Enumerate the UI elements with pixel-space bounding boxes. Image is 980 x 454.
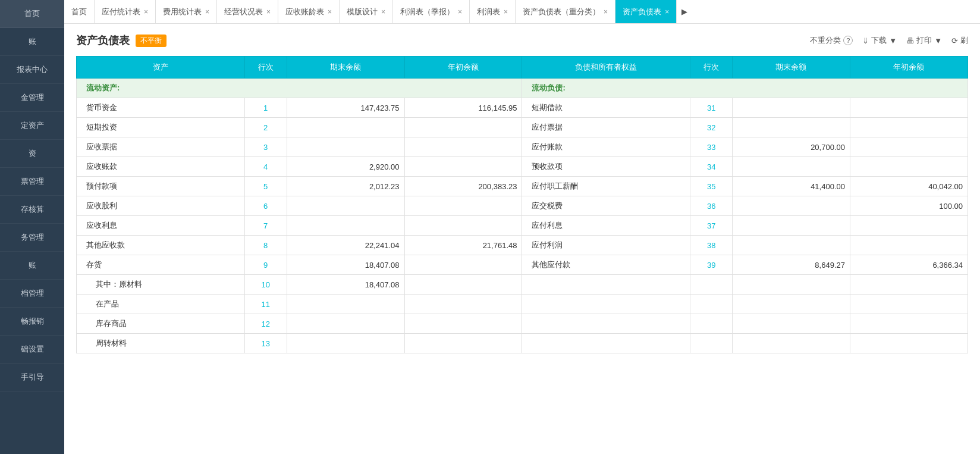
sidebar-item-account[interactable]: 账 bbox=[0, 28, 64, 56]
close-tab-expense-stats[interactable]: × bbox=[205, 8, 209, 16]
right-item-name: 应交税费 bbox=[522, 196, 690, 216]
sidebar-item-inventory[interactable]: 存核算 bbox=[0, 196, 64, 224]
right-item-name: 应付职工薪酬 bbox=[522, 177, 690, 196]
sidebar-item-archive[interactable]: 档管理 bbox=[0, 280, 64, 308]
header-left-year-start: 年初余额 bbox=[404, 57, 522, 79]
help-icon[interactable]: ? bbox=[843, 36, 853, 45]
right-row-num bbox=[690, 295, 733, 314]
close-tab-business-status[interactable]: × bbox=[266, 8, 271, 16]
header-actions: 不重分类 ? ⇓ 下载 ▼ 🖶 打印 ▼ ⟳ 刷 bbox=[810, 35, 968, 46]
left-year-start bbox=[404, 255, 522, 275]
left-item-name: 应收账款 bbox=[77, 157, 245, 177]
table-row: 在产品 11 bbox=[77, 295, 968, 314]
page-title-area: 资产负债表 不平衡 bbox=[76, 33, 167, 48]
right-end-balance: 41,400.00 bbox=[733, 177, 850, 196]
close-tab-balance[interactable]: × bbox=[665, 8, 669, 16]
sidebar-item-ticket[interactable]: 票管理 bbox=[0, 168, 64, 196]
tab-profit[interactable]: 利润表 × bbox=[470, 0, 516, 24]
left-row-num: 2 bbox=[244, 118, 287, 137]
right-row-num: 35 bbox=[690, 177, 733, 196]
content-area: 资产负债表 不平衡 不重分类 ? ⇓ 下载 ▼ 🖶 打印 ▼ bbox=[64, 24, 980, 454]
sidebar-item-asset[interactable]: 资 bbox=[0, 140, 64, 168]
close-tab-payable-stats[interactable]: × bbox=[144, 8, 148, 16]
sidebar-item-home[interactable]: 首页 bbox=[0, 0, 64, 28]
tab-receivable-aging[interactable]: 应收账龄表 × bbox=[278, 0, 340, 24]
left-row-num: 9 bbox=[244, 255, 287, 275]
close-tab-profit[interactable]: × bbox=[504, 8, 508, 16]
right-year-start bbox=[850, 314, 968, 334]
header-right-row: 行次 bbox=[690, 57, 733, 79]
right-year-start bbox=[850, 334, 968, 353]
table-row: 预付款项 5 2,012.23 200,383.23 应付职工薪酬 35 41,… bbox=[77, 177, 968, 196]
right-item-name: 预收款项 bbox=[522, 157, 690, 177]
left-year-start bbox=[404, 196, 522, 216]
left-year-start bbox=[404, 216, 522, 236]
refresh-button[interactable]: ⟳ 刷 bbox=[951, 35, 968, 46]
refresh-icon: ⟳ bbox=[951, 36, 958, 45]
tab-expense-stats[interactable]: 费用统计表 × bbox=[156, 0, 217, 24]
sidebar-item-business[interactable]: 务管理 bbox=[0, 224, 64, 252]
left-item-name: 存货 bbox=[77, 255, 245, 275]
left-row-num: 6 bbox=[244, 196, 287, 216]
close-tab-template-design[interactable]: × bbox=[381, 8, 385, 16]
tab-template-design[interactable]: 模版设计 × bbox=[340, 0, 393, 24]
left-end-balance bbox=[287, 196, 404, 216]
header-left-row: 行次 bbox=[244, 57, 287, 79]
left-year-start bbox=[404, 275, 522, 295]
right-end-balance: 20,700.00 bbox=[733, 137, 850, 157]
sidebar-item-report-center[interactable]: 报表中心 bbox=[0, 56, 64, 84]
tab-business-status[interactable]: 经营状况表 × bbox=[217, 0, 278, 24]
left-year-start bbox=[404, 157, 522, 177]
right-item-name bbox=[522, 295, 690, 314]
sidebar-item-guide[interactable]: 手引导 bbox=[0, 364, 64, 392]
left-section-label: 流动资产: bbox=[77, 79, 522, 98]
right-year-start bbox=[850, 137, 968, 157]
tab-balance[interactable]: 资产负债表 × bbox=[615, 0, 677, 24]
right-year-start: 100.00 bbox=[850, 196, 968, 216]
sidebar-item-fixed-assets[interactable]: 定资产 bbox=[0, 112, 64, 140]
right-year-start bbox=[850, 118, 968, 137]
tab-more-button[interactable]: ▶ bbox=[677, 0, 692, 24]
left-end-balance bbox=[287, 137, 404, 157]
tab-payable-stats[interactable]: 应付统计表 × bbox=[95, 0, 156, 24]
table-row: 应收账款 4 2,920.00 预收款项 34 bbox=[77, 157, 968, 177]
left-end-balance: 147,423.75 bbox=[287, 98, 404, 118]
left-item-name: 应收票据 bbox=[77, 137, 245, 157]
sidebar-item-basic-settings[interactable]: 础设置 bbox=[0, 336, 64, 364]
print-button[interactable]: 🖶 打印 ▼ bbox=[906, 35, 942, 46]
close-tab-profit-quarterly[interactable]: × bbox=[458, 8, 462, 16]
sidebar-item-ledger[interactable]: 账 bbox=[0, 252, 64, 280]
right-row-num: 33 bbox=[690, 137, 733, 157]
right-row-num bbox=[690, 334, 733, 353]
download-button[interactable]: ⇓ 下载 ▼ bbox=[862, 35, 897, 46]
left-end-balance bbox=[287, 334, 404, 353]
right-end-balance bbox=[733, 314, 850, 334]
left-row-num: 5 bbox=[244, 177, 287, 196]
right-year-start bbox=[850, 157, 968, 177]
tab-balance-reclassify[interactable]: 资产负债表（重分类） × bbox=[516, 0, 615, 24]
right-end-balance bbox=[733, 157, 850, 177]
tab-profit-quarterly[interactable]: 利润表（季报） × bbox=[393, 0, 470, 24]
right-end-balance bbox=[733, 275, 850, 295]
right-row-num: 37 bbox=[690, 216, 733, 236]
table-row: 短期投资 2 应付票据 32 bbox=[77, 118, 968, 137]
sidebar-item-fund-management[interactable]: 金管理 bbox=[0, 84, 64, 112]
close-tab-receivable-aging[interactable]: × bbox=[328, 8, 332, 16]
right-section-label: 流动负债: bbox=[522, 79, 968, 98]
left-item-name: 短期投资 bbox=[77, 118, 245, 137]
sidebar-item-expense[interactable]: 畅报销 bbox=[0, 308, 64, 336]
right-row-num bbox=[690, 314, 733, 334]
left-year-start bbox=[404, 334, 522, 353]
unbalanced-badge: 不平衡 bbox=[136, 35, 167, 47]
table-row: 存货 9 18,407.08 其他应付款 39 8,649.27 6,366.3… bbox=[77, 255, 968, 275]
right-end-balance bbox=[733, 295, 850, 314]
right-year-start bbox=[850, 216, 968, 236]
right-row-num: 38 bbox=[690, 236, 733, 255]
tab-home[interactable]: 首页 bbox=[64, 0, 95, 24]
right-year-start: 6,366.34 bbox=[850, 255, 968, 275]
left-row-num: 12 bbox=[244, 314, 287, 334]
close-tab-balance-reclassify[interactable]: × bbox=[604, 8, 608, 16]
right-item-name bbox=[522, 275, 690, 295]
left-end-balance: 18,407.08 bbox=[287, 255, 404, 275]
classification-selector[interactable]: 不重分类 ? bbox=[810, 35, 853, 46]
